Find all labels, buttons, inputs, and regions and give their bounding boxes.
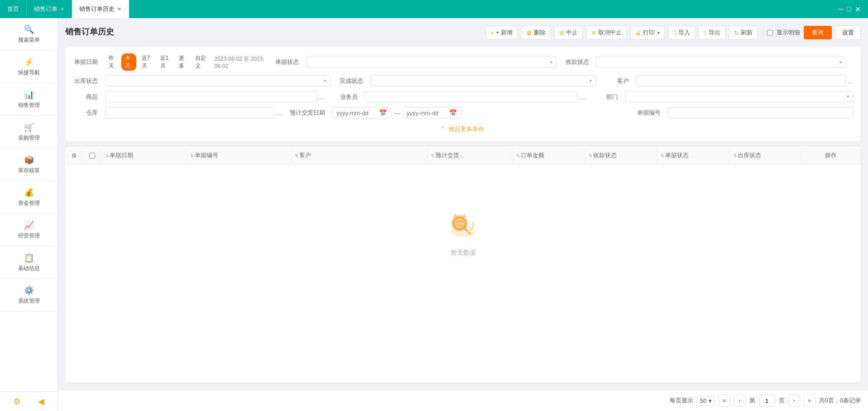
out-status-select[interactable]: ▾ (105, 75, 331, 87)
product-dots[interactable]: ... (319, 93, 325, 101)
sidebar-item-finance[interactable]: 💰 资金管理 (0, 181, 58, 214)
close-tab-sales-order[interactable]: ✕ (60, 6, 64, 12)
th-checkbox[interactable] (83, 148, 101, 163)
complete-status-select[interactable]: ▾ (370, 75, 596, 87)
stop-button[interactable]: ⊘ 中止 (554, 26, 583, 39)
th-date[interactable]: ⇅ 单据日期 (101, 147, 187, 164)
warehouse-label: 仓库 (72, 109, 98, 117)
pay-status-select[interactable]: ▾ (596, 57, 846, 68)
th-out-status[interactable]: ⇅ 出库状态 (729, 147, 801, 164)
print-label: 打印 (643, 29, 655, 37)
refresh-button[interactable]: ↻ 刷新 (729, 26, 758, 39)
th-billno-label: 单据编号 (195, 151, 218, 160)
collapse-bar[interactable]: ⌃ 收起更多条件 (72, 123, 854, 135)
cancel-stop-button[interactable]: ✕ 取消中止 (586, 26, 627, 39)
settings-icon[interactable]: ⚙ (13, 396, 20, 406)
next-page-button[interactable]: › (788, 395, 800, 406)
tab-sales-order-label: 销售订单 (34, 5, 58, 13)
first-page-button[interactable]: « (719, 395, 730, 406)
import-icon: ⤵ (673, 29, 676, 36)
display-checkbox[interactable] (767, 30, 773, 36)
last-page-button[interactable]: » (804, 395, 815, 406)
customer-control: ... (636, 75, 854, 87)
sidebar-item-label: 资金管理 (18, 199, 40, 207)
salesperson-dots[interactable]: ... (579, 93, 585, 101)
filter-card: 单据日期 昨天 今天 近7天 近1月 更多 自定义 2023-06-02 至 2… (65, 47, 861, 141)
export-button[interactable]: ⤴ 导出 (699, 26, 725, 39)
display-toggle[interactable]: 显示明细 (767, 29, 800, 37)
product-select[interactable] (105, 91, 317, 102)
page-size-select[interactable]: 50 ▾ (697, 396, 715, 406)
sidebar-item-quick-nav[interactable]: ⚡ 快捷导航 (0, 51, 58, 83)
operations-icon: 📈 (24, 220, 34, 230)
maximize-icon[interactable]: □ (847, 5, 851, 13)
sidebar-item-operations[interactable]: 📈 经营管理 (0, 214, 58, 247)
sort-icon-delivery: ⇅ (431, 153, 435, 158)
select-all-checkbox[interactable] (89, 153, 95, 159)
sidebar-item-basic-info[interactable]: 📋 基础信息 (0, 247, 58, 279)
delete-button[interactable]: 🗑 删除 (521, 26, 551, 39)
tab-sales-order-history[interactable]: 销售订单历史 ✕ (72, 0, 129, 18)
sidebar-item-label: 库存核算 (18, 167, 40, 174)
delivery-date-to[interactable]: 📅 (403, 107, 461, 119)
page-number-input[interactable] (759, 395, 775, 406)
total-text: 共0页，0条记录 (819, 396, 861, 405)
sidebar-item-search-menu[interactable]: 🔍 搜索菜单 (0, 18, 58, 51)
date-shortcut-7days[interactable]: 近7天 (138, 53, 155, 71)
salesperson-select[interactable] (365, 91, 577, 102)
print-button[interactable]: 🖨 打印 (630, 26, 665, 39)
date-shortcut-1month[interactable]: 近1月 (157, 53, 173, 71)
sidebar-item-sales-mgmt[interactable]: 📊 销售管理 (0, 83, 58, 116)
date-shortcut-more[interactable]: 更多 (175, 53, 190, 71)
collapse-sidebar-icon[interactable]: ◀ (38, 396, 44, 406)
toolbar: + + 新增 🗑 删除 ⊘ 中止 ✕ 取消中止 (485, 25, 861, 40)
search-menu-icon: 🔍 (24, 24, 34, 34)
customer-select[interactable] (636, 75, 846, 87)
date-shortcut-today[interactable]: 今天 (121, 53, 136, 71)
new-button[interactable]: + + 新增 (485, 26, 518, 39)
page-header: 销售订单历史 + + 新增 🗑 删除 ⊘ 中止 ✕ (65, 25, 861, 40)
bill-status-placeholder (310, 59, 312, 66)
customer-dots[interactable]: ... (848, 77, 854, 85)
out-status-placeholder (109, 77, 111, 84)
svg-marker-7 (462, 213, 466, 217)
date-shortcut-yesterday[interactable]: 昨天 (105, 53, 120, 71)
delivery-date-to-input[interactable] (407, 110, 447, 116)
prev-page-button[interactable]: ‹ (734, 395, 746, 406)
sidebar-item-purchase-mgmt[interactable]: 🛒 采购管理 (0, 116, 58, 149)
import-button[interactable]: ⤵ 导入 (668, 26, 695, 39)
customer-placeholder (640, 77, 642, 84)
date-shortcut-custom[interactable]: 自定义 (192, 53, 210, 71)
delivery-date-from[interactable]: 📅 (332, 107, 391, 119)
th-pay-status[interactable]: ⇅ 收款状态 (585, 147, 657, 164)
warehouse-dots[interactable]: ... (277, 109, 283, 117)
th-billno[interactable]: ⇅ 单据编号 (187, 147, 291, 164)
th-amount[interactable]: ⇅ 订单金额 (513, 147, 585, 164)
sidebar-item-sys-mgmt[interactable]: ⚙️ 系统管理 (0, 279, 58, 312)
bill-status-select[interactable]: ▾ (306, 57, 556, 68)
delivery-date-from-input[interactable] (336, 110, 377, 116)
set-button[interactable]: 设置 (835, 25, 861, 40)
close-tab-sales-order-history[interactable]: ✕ (117, 6, 121, 12)
dept-select[interactable]: ▾ (625, 91, 854, 102)
tab-home[interactable]: 首页 (0, 0, 27, 18)
bill-no-input[interactable] (668, 107, 854, 119)
minimize-icon[interactable]: ─ (838, 5, 843, 13)
warehouse-select[interactable] (105, 107, 275, 119)
delete-label: 删除 (534, 29, 546, 37)
th-customer-label: 客户 (299, 151, 311, 160)
th-delivery[interactable]: ⇅ 预计交货... (427, 147, 513, 164)
sort-icon-billno: ⇅ (190, 153, 194, 158)
sidebar-item-inventory[interactable]: 📦 库存核算 (0, 149, 58, 181)
tab-sales-order[interactable]: 销售订单 ✕ (27, 0, 72, 18)
th-settings[interactable]: ⚙ (65, 148, 83, 164)
close-window-icon[interactable]: ✕ (855, 5, 861, 14)
page-title: 销售订单历史 (65, 26, 114, 37)
th-date-label: 单据日期 (110, 151, 133, 160)
settings-col-icon: ⚙ (72, 152, 77, 159)
inventory-icon: 📦 (24, 155, 34, 165)
complete-status-label: 完成状态 (338, 77, 363, 85)
th-customer[interactable]: ⇅ 客户 (291, 147, 428, 164)
th-bill-status[interactable]: ⇅ 单据状态 (657, 147, 729, 164)
query-button[interactable]: 查询 (804, 26, 832, 39)
